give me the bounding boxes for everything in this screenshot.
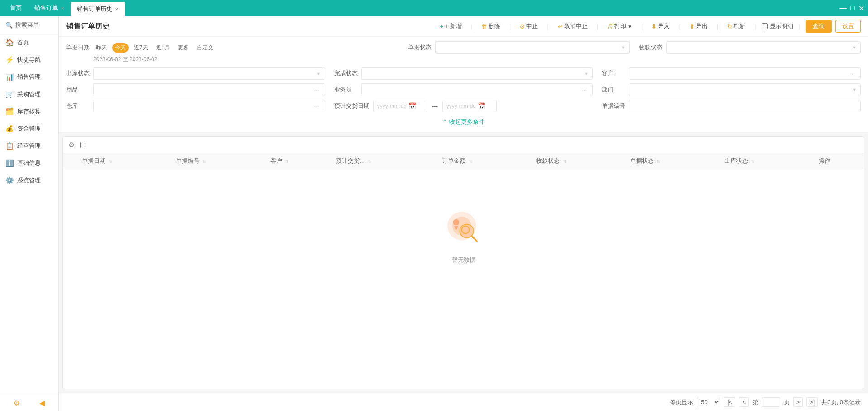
th-outbound-status-sort[interactable]: ⇅: [751, 159, 754, 164]
date-tag-yesterday[interactable]: 昨天: [93, 43, 110, 53]
window-controls: — □ ✕: [839, 4, 864, 13]
new-button[interactable]: + + 新增: [436, 20, 465, 32]
th-order-status-sort[interactable]: ⇅: [657, 159, 660, 164]
th-amount[interactable]: 订单金额 ⇅: [437, 153, 532, 169]
current-page-input[interactable]: 1: [762, 397, 780, 407]
sidebar-item-home[interactable]: 🏠 首页: [0, 34, 58, 51]
page-unit: 页: [784, 398, 790, 406]
th-order-status[interactable]: 单据状态 ⇅: [626, 153, 720, 169]
next-page-button[interactable]: >: [793, 397, 803, 407]
th-outbound-status[interactable]: 出库状态 ⇅: [720, 153, 814, 169]
tab-sales-order-history[interactable]: 销售订单历史 ✕: [71, 2, 125, 16]
cancel-stop-button[interactable]: ↩ 取消中止: [554, 20, 591, 32]
date-tag-custom[interactable]: 自定义: [194, 43, 216, 53]
table-settings-icon[interactable]: ⚙: [68, 140, 75, 149]
goods-dots[interactable]: ···: [312, 87, 321, 93]
customer-dots[interactable]: ···: [848, 70, 857, 77]
sidebar-settings-icon[interactable]: ⚙: [14, 399, 20, 407]
filter-complete-status: 完成状态 ▼: [334, 67, 593, 80]
th-number-sort[interactable]: ⇅: [202, 159, 206, 164]
th-receipt-status-sort[interactable]: ⇅: [563, 159, 566, 164]
refresh-button[interactable]: ↻ 刷新: [724, 20, 749, 32]
outbound-status-select[interactable]: ▼: [93, 67, 325, 80]
display-detail-checkbox[interactable]: 显示明细: [762, 22, 793, 30]
department-dropdown-icon: ▼: [852, 87, 857, 92]
sidebar-item-operation-mgmt[interactable]: 📋 经营管理: [0, 137, 58, 155]
th-date-label: 单据日期: [82, 157, 106, 164]
date-tag-more[interactable]: 更多: [175, 43, 192, 53]
pagination: 每页显示 50 100 200 |< < 第 1 页 > >| 共0页, 0条记…: [59, 393, 868, 411]
order-number-input[interactable]: [629, 100, 861, 112]
sidebar-item-basic-info[interactable]: ℹ️ 基础信息: [0, 155, 58, 172]
table-toolbar: ⚙: [63, 137, 864, 153]
expected-date-end[interactable]: yyyy-mm-dd 📅: [442, 100, 497, 112]
sales-mgmt-icon: 📊: [5, 73, 14, 81]
query-button[interactable]: 查询: [806, 20, 832, 33]
th-receipt-status[interactable]: 收款状态 ⇅: [532, 153, 626, 169]
th-amount-sort[interactable]: ⇅: [469, 159, 472, 164]
print-button[interactable]: 🖨 打印 ▼: [604, 20, 636, 32]
th-customer-sort[interactable]: ⇅: [285, 159, 288, 164]
tab-home[interactable]: 首页: [4, 0, 28, 16]
th-date-sort[interactable]: ⇅: [109, 159, 112, 164]
th-number[interactable]: 单据编号 ⇅: [172, 153, 266, 169]
operation-mgmt-icon: 📋: [5, 142, 14, 150]
maximize-icon[interactable]: □: [850, 4, 855, 12]
department-select[interactable]: ▼: [629, 83, 861, 96]
sidebar-search[interactable]: 🔍 搜索菜单: [0, 16, 58, 34]
minimize-icon[interactable]: —: [839, 4, 847, 12]
tab-sales-order-history-close[interactable]: ✕: [115, 7, 119, 12]
last-page-button[interactable]: >|: [806, 397, 818, 407]
salesman-dots[interactable]: ···: [580, 87, 589, 93]
collapse-row[interactable]: ⌃ 收起更多条件: [66, 116, 861, 128]
calendar-icon-2[interactable]: 📅: [478, 102, 485, 110]
export-icon: ⬆: [690, 23, 695, 30]
receipt-status-label: 收款状态: [639, 44, 666, 52]
sidebar-sales-mgmt-label: 销售管理: [17, 73, 41, 81]
display-detail-input[interactable]: [762, 23, 768, 29]
order-status-label: 单据状态: [408, 44, 435, 52]
stop-button[interactable]: ⊘ 中止: [516, 20, 542, 32]
filter-outbound-status: 出库状态 ▼: [66, 67, 325, 80]
calendar-icon-1[interactable]: 📅: [408, 102, 416, 110]
date-tag-7days[interactable]: 近7天: [131, 43, 151, 53]
complete-status-select[interactable]: ▼: [361, 67, 593, 80]
setting-button[interactable]: 设置: [835, 20, 861, 33]
warehouse-input[interactable]: ···: [93, 100, 325, 112]
sidebar-operation-mgmt-label: 经营管理: [17, 142, 41, 150]
close-icon[interactable]: ✕: [858, 4, 864, 13]
export-button[interactable]: ⬆ 导出: [686, 20, 711, 32]
sidebar-item-purchase-mgmt[interactable]: 🛒 采购管理: [0, 86, 58, 103]
import-button[interactable]: ⬇ 导入: [648, 20, 673, 32]
sidebar-collapse-icon[interactable]: ◀: [39, 399, 45, 407]
warehouse-dots[interactable]: ···: [312, 103, 321, 110]
sidebar-item-sales-mgmt[interactable]: 📊 销售管理: [0, 68, 58, 86]
prev-page-button[interactable]: <: [739, 397, 749, 407]
tab-sales-order-label: 销售订单: [34, 4, 58, 12]
customer-input[interactable]: ···: [629, 67, 861, 80]
th-customer[interactable]: 客户 ⇅: [266, 153, 331, 169]
expected-date-start[interactable]: yyyy-mm-dd 📅: [373, 100, 427, 112]
sidebar-item-capital-mgmt[interactable]: 💰 资金管理: [0, 120, 58, 137]
sidebar-item-quick-nav[interactable]: ⚡ 快捷导航: [0, 51, 58, 68]
goods-input[interactable]: ···: [93, 83, 325, 96]
th-expected-delivery-sort[interactable]: ⇅: [368, 159, 371, 164]
sidebar-item-inventory-calc[interactable]: 🗂️ 库存核算: [0, 103, 58, 120]
tab-sales-order-close[interactable]: ✕: [61, 6, 64, 11]
receipt-status-select[interactable]: ▼: [666, 41, 861, 54]
th-date[interactable]: 单据日期 ⇅: [77, 153, 172, 169]
delete-icon: 🗑: [481, 23, 487, 30]
sidebar-item-system-mgmt[interactable]: ⚙️ 系统管理: [0, 172, 58, 189]
salesman-input[interactable]: ···: [361, 83, 593, 96]
tab-sales-order[interactable]: 销售订单 ✕: [28, 0, 71, 16]
total-records: 共0页, 0条记录: [821, 398, 861, 406]
th-expected-delivery[interactable]: 预计交货... ⇅: [331, 153, 437, 169]
page-label: 第: [753, 398, 758, 406]
delete-button[interactable]: 🗑 删除: [478, 20, 504, 32]
date-tag-today[interactable]: 今天: [112, 43, 129, 53]
per-page-select[interactable]: 50 100 200: [697, 397, 720, 407]
order-status-select[interactable]: ▼: [435, 41, 630, 54]
first-page-button[interactable]: |<: [724, 397, 735, 407]
select-all-checkbox[interactable]: [80, 142, 86, 148]
date-tag-1month[interactable]: 近1月: [153, 43, 173, 53]
